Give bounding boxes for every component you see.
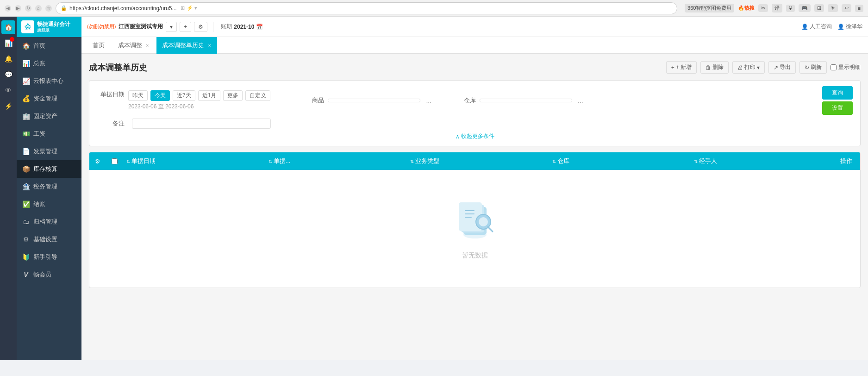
sidebar-item-assets[interactable]: 🏢 固定资产 xyxy=(17,107,81,125)
sidebar-item-member[interactable]: V 畅会员 xyxy=(17,266,81,283)
warehouse-select[interactable] xyxy=(480,99,572,102)
date-btn-custom[interactable]: 自定义 xyxy=(245,90,270,101)
settings-filter-btn[interactable]: 设置 xyxy=(822,101,853,115)
sidebar-item-closing[interactable]: ✅ 结账 xyxy=(17,195,81,213)
page-title: 成本调整单历史 xyxy=(89,62,147,73)
th-number[interactable]: ⇅ 单据... xyxy=(265,157,407,165)
sidebar-item-inventory[interactable]: 📦 库存核算 xyxy=(17,160,81,178)
delete-btn[interactable]: 🗑 删除 xyxy=(700,61,729,74)
tab-bar: 首页 成本调整 × 成本调整单历史 × xyxy=(81,37,868,54)
tool-menu[interactable]: ≡ xyxy=(855,5,863,12)
period-label: 账期 xyxy=(221,23,232,31)
home-nav-label: 首页 xyxy=(33,42,45,50)
tool-brightness[interactable]: ☀ xyxy=(828,4,838,12)
icon-sidebar-4[interactable]: 💬 xyxy=(1,68,15,81)
export-btn[interactable]: ↗ 导出 xyxy=(768,61,796,74)
report-nav-icon: 📈 xyxy=(22,77,30,85)
home-nav-icon: 🏠 xyxy=(22,42,30,50)
th-warehouse[interactable]: ⇅ 仓库 xyxy=(549,157,691,165)
guide-nav-icon: 🔰 xyxy=(22,253,30,261)
new-btn[interactable]: + + 新增 xyxy=(666,61,697,74)
date-filter-group: 单据日期 昨天 今天 近7天 近1月 更多 自定义 2023-06-06 至 2… xyxy=(97,90,270,111)
sidebar-item-settings[interactable]: ⚙ 基础设置 xyxy=(17,231,81,248)
add-company-btn[interactable]: + xyxy=(180,22,191,32)
sidebar-item-archive[interactable]: 🗂 归档管理 xyxy=(17,213,81,231)
user-btn[interactable]: 👤 徐泽华 xyxy=(837,23,862,31)
icon-5: 👁 xyxy=(5,87,12,94)
th-operator[interactable]: ⇅ 经手人 xyxy=(690,157,832,165)
icon-sidebar-2[interactable]: 📊 xyxy=(1,36,15,50)
back-button[interactable]: ◀ xyxy=(5,5,11,12)
print-btn[interactable]: 🖨 打印 ▾ xyxy=(732,61,765,74)
table-select-all[interactable] xyxy=(106,158,123,164)
icon-6: ⚡ xyxy=(5,102,12,110)
settings-nav-icon: ⚙ xyxy=(22,236,30,243)
tool-game[interactable]: 🎮 xyxy=(799,4,811,12)
home-browser-button[interactable]: ⌂ xyxy=(35,5,42,12)
tool-grid[interactable]: ⊞ xyxy=(814,4,824,12)
salary-nav-label: 工资 xyxy=(33,130,45,138)
sidebar-item-ledger[interactable]: 📊 总账 xyxy=(17,55,81,72)
360-search-btn[interactable]: 360智能抠图免费用 xyxy=(685,4,734,13)
warehouse-more-dots[interactable]: ... xyxy=(578,97,583,104)
collapse-btn[interactable]: ∧ 收起更多条件 xyxy=(456,132,494,140)
display-toggle-label: 显示明细 xyxy=(838,63,861,71)
tab-cost-history-close[interactable]: × xyxy=(208,43,211,48)
sidebar-item-tax[interactable]: 🏦 税务管理 xyxy=(17,178,81,195)
browser-tools-icons: ⊞ ⚡ ▾ xyxy=(181,5,197,11)
date-btn-1month[interactable]: 近1月 xyxy=(198,90,221,101)
collapse-up-icon: ∧ xyxy=(456,133,460,140)
sidebar-item-invoice[interactable]: 📄 发票管理 xyxy=(17,143,81,160)
icon-sidebar-3[interactable]: 🔔 xyxy=(1,52,15,66)
date-btn-more[interactable]: 更多 xyxy=(223,90,243,101)
consult-btn[interactable]: 👤 人工咨询 xyxy=(801,23,832,31)
inventory-nav-icon: 📦 xyxy=(22,165,30,173)
tab-home[interactable]: 首页 xyxy=(87,37,111,54)
tool-coin[interactable]: ¥ xyxy=(786,5,794,12)
date-btn-7days[interactable]: 近7天 xyxy=(173,90,195,101)
notification-badge xyxy=(10,37,14,42)
tool-scissors[interactable]: ✂ xyxy=(758,4,768,12)
icon-sidebar-5[interactable]: 👁 xyxy=(1,83,15,97)
top-bar-info: (勿删勿禁用) 江西服宝测试专用 ▾ + ⚙ xyxy=(87,22,213,32)
sidebar-item-salary[interactable]: 💵 工资 xyxy=(17,125,81,143)
refresh-icon: ↻ xyxy=(805,64,809,71)
product-select[interactable] xyxy=(328,99,420,102)
tool-translate[interactable]: 译 xyxy=(772,4,782,13)
select-all-checkbox[interactable] xyxy=(112,158,118,164)
product-more-dots[interactable]: ... xyxy=(426,97,431,104)
report-nav-label: 云报表中心 xyxy=(33,77,63,85)
th-date[interactable]: ⇅ 单据日期 xyxy=(123,157,265,165)
icon-3: 🔔 xyxy=(5,55,12,63)
refresh-btn[interactable]: ↻ 刷新 xyxy=(799,61,827,74)
remark-input[interactable] xyxy=(132,119,271,129)
star-button[interactable]: ☆ xyxy=(45,5,52,12)
display-toggle-checkbox[interactable] xyxy=(831,64,837,70)
company-dropdown-btn[interactable]: ▾ xyxy=(166,22,177,32)
tab-cost-adjust-close[interactable]: × xyxy=(146,43,149,48)
salary-nav-icon: 💵 xyxy=(22,130,30,138)
guide-nav-label: 新手引导 xyxy=(33,253,57,261)
sidebar-item-home[interactable]: 🏠 首页 xyxy=(17,37,81,55)
icon-sidebar-main[interactable]: 🏠 xyxy=(1,20,15,34)
app-container: 🏠 📊 🔔 💬 👁 ⚡ 会 畅捷通好会计 旗舰版 🏠 xyxy=(0,17,868,360)
sidebar-item-report[interactable]: 📈 云报表中心 xyxy=(17,72,81,90)
tool-undo[interactable]: ↩ xyxy=(842,4,851,12)
tab-cost-adjust[interactable]: 成本调整 × xyxy=(112,37,155,54)
company-settings-btn[interactable]: ⚙ xyxy=(194,22,207,32)
sidebar-item-finance[interactable]: 💰 资金管理 xyxy=(17,90,81,107)
refresh-browser-button[interactable]: ↻ xyxy=(25,5,31,12)
th-type-label: 业务类型 xyxy=(415,157,439,165)
tab-cost-history[interactable]: 成本调整单历史 × xyxy=(156,37,217,54)
forward-button[interactable]: ▶ xyxy=(15,5,21,12)
date-btn-today[interactable]: 今天 xyxy=(150,90,170,101)
empty-text: 暂无数据 xyxy=(462,251,488,260)
sidebar-item-guide[interactable]: 🔰 新手引导 xyxy=(17,248,81,266)
address-bar[interactable]: 🔒 https://cloud.chanjet.com/accounting/u… xyxy=(56,2,677,14)
query-btn[interactable]: 查询 xyxy=(822,86,853,100)
settings-nav-label: 基础设置 xyxy=(33,235,57,244)
date-btn-yesterday[interactable]: 昨天 xyxy=(128,90,148,101)
th-type[interactable]: ⇅ 业务类型 xyxy=(406,157,549,165)
icon-sidebar-6[interactable]: ⚡ xyxy=(1,99,15,113)
table-settings-btn[interactable]: ⚙ xyxy=(89,158,106,165)
